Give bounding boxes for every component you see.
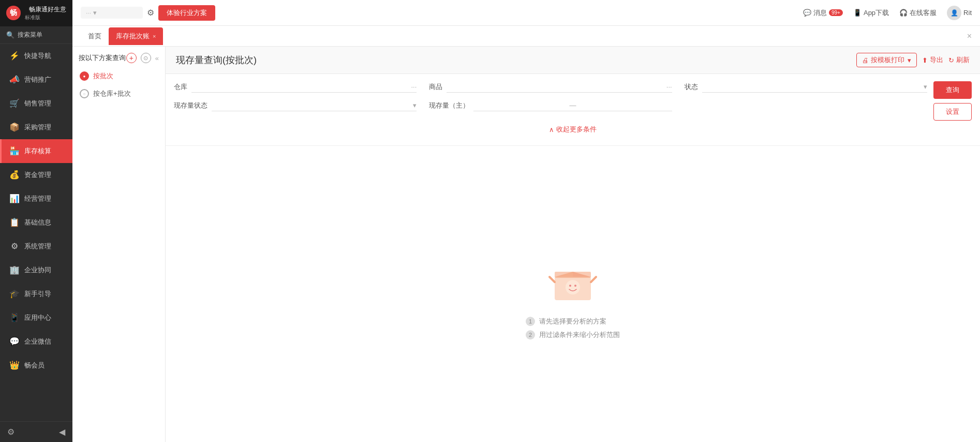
status-dropdown[interactable]: ▾ (702, 81, 927, 93)
sidebar-item-apps[interactable]: 📱 应用中心 (0, 306, 72, 330)
tab-home[interactable]: 首页 (81, 27, 109, 45)
sidebar-item-sales[interactable]: 🛒 销售管理 (0, 92, 72, 115)
quantity-from-input[interactable] (473, 101, 566, 109)
sidebar-settings-btn[interactable]: ⚙ (7, 427, 14, 437)
sidebar-item-basics[interactable]: 📋 基础信息 (0, 211, 72, 234)
warehouse-input[interactable] (191, 83, 411, 91)
sidebar-item-quick-nav[interactable]: ⚡ 快捷导航 (0, 44, 72, 68)
topbar-right: 💬 消息 99+ 📱 App下载 🎧 在线客服 👤 Rit (803, 6, 972, 20)
messages-badge: 99+ (829, 9, 843, 16)
query-button[interactable]: 查询 (933, 81, 972, 99)
sidebar-bottom: ⚙ ◀ (0, 421, 72, 442)
sidebar-item-label: 基础信息 (24, 218, 51, 227)
sidebar-item-wechat[interactable]: 💬 企业微信 (0, 330, 72, 353)
sidebar-collapse-btn[interactable]: ◀ (59, 427, 65, 437)
topbar-gear-icon[interactable]: ⚙ (147, 8, 154, 18)
apps-icon: 📱 (9, 312, 20, 323)
page-container: 按以下方案查询 + ⊙ « ● 按批次 (72, 47, 980, 442)
quantity-label: 现存量（主） (429, 101, 469, 110)
svg-point-6 (574, 285, 576, 287)
sidebar-item-operations[interactable]: 📊 经营管理 (0, 187, 72, 211)
refresh-button[interactable]: ↻ 刷新 (948, 55, 970, 65)
scheme-warehouse-batch[interactable]: ○ 按仓库+批次 (72, 85, 165, 102)
page-title-bar: 现存量查询(按批次) 🖨 按模板打印 ▾ ⬆ 导出 ↻ (166, 47, 980, 74)
export-icon: ⬆ (922, 56, 928, 64)
sidebar-search-label: 搜索菜单 (18, 31, 42, 39)
sidebar-item-inventory[interactable]: 🏪 库存核算 (0, 139, 72, 163)
collapse-panel-button[interactable]: « (155, 54, 159, 62)
collapse-filter-button[interactable]: ∧ 收起更多条件 (174, 121, 972, 138)
sidebar-item-label: 营销推广 (24, 75, 51, 84)
plus-icon: + (129, 54, 133, 62)
user-item[interactable]: 👤 Rit (947, 6, 972, 20)
quantity-dash: — (570, 101, 576, 109)
svg-line-7 (550, 277, 555, 282)
collapse-chevron-icon: ∧ (549, 126, 554, 134)
collapse-filter-label: 收起更多条件 (556, 125, 597, 134)
system-icon: ⚙ (9, 241, 20, 252)
scheme-batch-icon: ● (80, 71, 89, 81)
print-dropdown-icon[interactable]: ▾ (908, 56, 911, 64)
scheme-settings-button[interactable]: ⊙ (141, 53, 151, 63)
inventory-status-label: 现存量状态 (174, 101, 207, 110)
topbar-search-bar[interactable]: ··· ▾ (81, 7, 143, 19)
operations-icon: 📊 (9, 193, 20, 204)
search-placeholder: ··· (86, 9, 91, 17)
product-more-icon[interactable]: ··· (666, 83, 672, 91)
tip-2-text: 用过滤条件来缩小分析范围 (539, 330, 620, 340)
print-label: 按模板打印 (871, 55, 904, 65)
finance-icon: 💰 (9, 169, 20, 181)
quantity-to-input[interactable] (580, 101, 672, 109)
customer-service-item[interactable]: 🎧 在线客服 (899, 8, 937, 18)
tab-inventory-batch[interactable]: 库存批次账 × (109, 27, 163, 45)
enterprise-icon: 🏢 (9, 264, 20, 276)
user-name: Rit (963, 9, 972, 17)
sidebar-item-finance[interactable]: 💰 资金管理 (0, 163, 72, 187)
tip-1-text: 请先选择要分析的方案 (539, 317, 606, 326)
product-input[interactable] (447, 83, 666, 91)
sidebar-item-label: 新手引导 (24, 289, 51, 299)
inventory-icon: 🏪 (9, 145, 20, 157)
warehouse-filter: 仓库 ··· (174, 81, 417, 93)
sidebar-item-label: 企业微信 (24, 337, 51, 346)
user-avatar-icon: 👤 (951, 9, 958, 17)
sidebar-search[interactable]: 🔍 搜索菜单 (0, 26, 72, 44)
sidebar-item-label: 应用中心 (24, 313, 51, 322)
tip-2-number: 2 (526, 330, 535, 340)
sidebar-item-label: 畅会员 (24, 361, 44, 370)
avatar: 👤 (947, 6, 961, 20)
export-button[interactable]: ⬆ 导出 (922, 55, 943, 65)
settings-icon: ⊙ (143, 55, 148, 62)
warehouse-more-icon[interactable]: ··· (411, 83, 417, 91)
refresh-label: 刷新 (956, 55, 970, 65)
app-download-item[interactable]: 📱 App下载 (853, 8, 889, 18)
empty-illustration (542, 248, 604, 311)
filter-settings-button[interactable]: 设置 (933, 103, 972, 121)
sidebar-item-enterprise[interactable]: 🏢 企业协同 (0, 258, 72, 282)
tab-close-icon[interactable]: × (153, 33, 156, 39)
sidebar-item-label: 销售管理 (24, 99, 51, 108)
empty-state: 1 请先选择要分析的方案 2 用过滤条件来缩小分析范围 (166, 146, 980, 442)
sidebar-item-newbie[interactable]: 🎓 新手引导 (0, 282, 72, 306)
sales-icon: 🛒 (9, 98, 20, 109)
scheme-batch[interactable]: ● 按批次 (72, 67, 165, 85)
close-all-tabs-button[interactable]: × (967, 32, 972, 41)
print-button[interactable]: 🖨 按模板打印 ▾ (856, 53, 917, 67)
add-scheme-button[interactable]: + (126, 53, 137, 63)
sidebar-item-marketing[interactable]: 📣 营销推广 (0, 68, 72, 92)
sidebar-nav: ⚡ 快捷导航 📣 营销推广 🛒 销售管理 📦 采购管理 🏪 库存核算 💰 资金管… (0, 44, 72, 421)
messages-item[interactable]: 💬 消息 99+ (803, 8, 843, 18)
left-panel-title: 按以下方案查询 (79, 53, 126, 63)
page-title: 现存量查询(按批次) (176, 54, 257, 66)
sidebar-item-vip[interactable]: 👑 畅会员 (0, 353, 72, 377)
topbar-chevron-icon: ▾ (93, 9, 97, 17)
sidebar-item-system[interactable]: ⚙ 系统管理 (0, 234, 72, 258)
svg-point-4 (566, 280, 580, 294)
page-title-actions: 🖨 按模板打印 ▾ ⬆ 导出 ↻ 刷新 (856, 53, 970, 67)
sidebar-item-purchase[interactable]: 📦 采购管理 (0, 115, 72, 139)
sidebar-item-label: 采购管理 (24, 123, 51, 132)
experience-button[interactable]: 体验行业方案 (158, 5, 215, 21)
inventory-status-dropdown[interactable]: ▾ (212, 100, 417, 111)
left-panel-header: 按以下方案查询 + ⊙ « (72, 47, 165, 67)
sidebar-header: 畅 畅康通好生意 标准版 (0, 0, 72, 26)
